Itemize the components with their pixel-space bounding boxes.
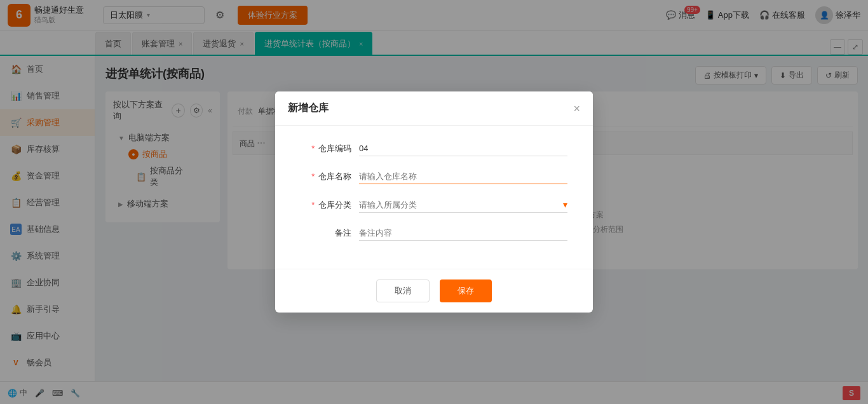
warehouse-remark-input[interactable] [359,226,567,241]
modal-body: * 仓库编码 * 仓库名称 * 仓库分类 [275,126,593,269]
warehouse-category-input[interactable] [359,200,563,210]
modal-title: 新增仓库 [288,102,329,115]
modal-overlay: 新增仓库 × * 仓库编码 * 仓库名称 [0,0,868,404]
category-dropdown-icon: ▾ [563,199,567,210]
modal-close-button[interactable]: × [573,103,580,114]
warehouse-name-input[interactable] [359,169,567,184]
modal-header: 新增仓库 × [275,91,593,126]
warehouse-category-select[interactable]: ▾ [359,197,567,213]
new-warehouse-modal: 新增仓库 × * 仓库编码 * 仓库名称 [275,91,593,313]
required-star-category: * [311,200,315,210]
form-item-remark: 备注 [301,226,567,241]
form-label-category: * 仓库分类 [301,199,351,211]
form-label-remark: 备注 [301,227,351,239]
form-label-name: * 仓库名称 [301,171,351,182]
modal-footer: 取消 保存 [275,269,593,313]
required-star-code: * [311,144,315,153]
form-item-code: * 仓库编码 [301,141,567,156]
save-button[interactable]: 保存 [440,279,492,302]
required-star-name: * [311,172,315,181]
warehouse-code-input[interactable] [359,141,567,156]
cancel-button[interactable]: 取消 [376,279,430,302]
form-label-code: * 仓库编码 [301,143,351,154]
form-item-category: * 仓库分类 ▾ [301,197,567,213]
form-item-name: * 仓库名称 [301,169,567,184]
